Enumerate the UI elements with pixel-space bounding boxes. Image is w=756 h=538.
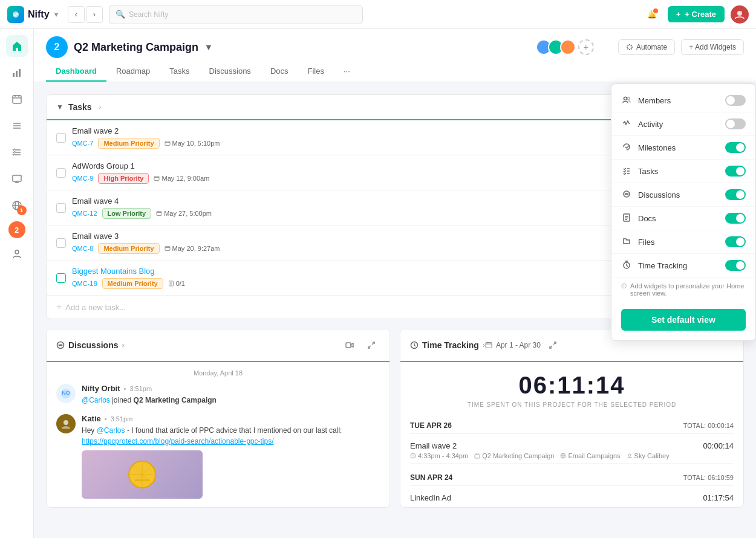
widget-files-toggle[interactable] — [725, 236, 746, 247]
milestones-icon — [621, 143, 632, 153]
tasks-icon — [621, 166, 632, 177]
widget-milestones-toggle[interactable] — [725, 142, 746, 153]
time-entry-date-sun: SUN APR 24 TOTAL: 06:10:59 — [410, 470, 734, 486]
member-avatar-3[interactable] — [560, 39, 576, 55]
sidebar-item-calendar[interactable] — [6, 88, 28, 110]
svg-rect-4 — [13, 96, 21, 103]
time-day-sun: SUN APR 24 — [410, 473, 452, 482]
task-doc-5: 0/1 — [168, 280, 185, 287]
nav-forward-button[interactable]: › — [86, 6, 103, 23]
tab-more[interactable]: ··· — [334, 62, 360, 82]
widget-discussions-toggle[interactable] — [725, 189, 746, 200]
svg-rect-1 — [13, 73, 15, 77]
sidebar-item-tasks[interactable] — [6, 141, 28, 163]
discussions-panel: Discussions › Monda — [46, 329, 390, 508]
widget-item-discussions: Discussions — [611, 183, 755, 207]
task-id-1[interactable]: QMC-7 — [72, 140, 93, 147]
widget-item-activity: Activity — [611, 112, 755, 136]
task-id-4[interactable]: QMC-8 — [72, 245, 93, 252]
task-id-5[interactable]: QMC-18 — [72, 280, 97, 287]
tab-roadmap[interactable]: Roadmap — [106, 62, 160, 82]
task-checkbox-4[interactable] — [56, 238, 66, 248]
image-preview — [82, 450, 203, 499]
time-total-tue: TOTAL: 00:00:14 — [683, 422, 734, 429]
add-widgets-button[interactable]: + Add Widgets — [681, 39, 744, 55]
svg-rect-37 — [169, 281, 173, 286]
time-panel-title: Time Tracking › — [410, 340, 485, 350]
sidebar-item-analytics[interactable] — [6, 62, 28, 83]
project-title-row: 2 Q2 Marketing Campaign ▼ + Automate + A… — [46, 29, 744, 58]
widget-files-label: Files — [638, 238, 719, 247]
sidebar-item-people[interactable] — [6, 243, 28, 265]
time-task-name-1: Email wave 2 — [410, 441, 457, 450]
time-day-tue: TUE APR 26 — [410, 421, 452, 430]
task-checkbox-3[interactable] — [56, 203, 66, 213]
sidebar-item-badge-sphere[interactable]: 1 — [6, 195, 28, 216]
notification-icon[interactable]: 🔔 — [642, 5, 662, 24]
widget-time-tracking-toggle[interactable] — [725, 260, 746, 271]
time-panel-date-range-label[interactable]: Apr 1 - Apr 30 — [496, 341, 541, 349]
project-number-badge: 2 — [46, 36, 68, 58]
add-member-button[interactable]: + — [578, 39, 594, 55]
search-bar[interactable]: 🔍 Search Nifty — [109, 5, 363, 24]
discussions-expand-icon[interactable]: › — [122, 341, 124, 349]
time-tracking-panel: Time Tracking › Apr 1 - Apr 30 06:11: — [400, 329, 744, 508]
files-icon — [621, 237, 632, 247]
time-category-1: Email Campaigns — [560, 452, 620, 459]
time-panel-fullscreen-icon[interactable] — [544, 337, 561, 354]
widget-tasks-label: Tasks — [638, 167, 719, 176]
set-default-view-button[interactable]: Set default view — [621, 309, 746, 331]
widget-activity-toggle[interactable] — [725, 118, 746, 129]
priority-badge-1: Medium Priority — [98, 138, 159, 149]
task-checkbox-5[interactable] — [56, 273, 66, 283]
tab-dashboard[interactable]: Dashboard — [46, 62, 106, 82]
project-dropdown-icon[interactable]: ▼ — [204, 42, 213, 52]
tab-docs[interactable]: Docs — [261, 62, 298, 82]
discussions-expand-button[interactable] — [363, 337, 380, 354]
tasks-expand-icon[interactable]: › — [99, 103, 102, 111]
widget-milestones-label: Milestones — [638, 143, 719, 152]
discussions-video-icon[interactable] — [341, 337, 358, 354]
ppc-link[interactable]: https://ppcprotect.com/blog/paid-search/… — [82, 437, 274, 446]
tab-discussions[interactable]: Discussions — [200, 62, 261, 82]
task-date-4: May 20, 9:27am — [165, 245, 220, 252]
user-avatar[interactable] — [731, 5, 749, 24]
svg-rect-25 — [154, 177, 159, 181]
orbit-message-body: Nifty Orbit • 3:51pm @Carlos joined Q2 M… — [82, 384, 380, 406]
task-id-2[interactable]: QMC-9 — [72, 175, 93, 182]
task-checkbox-1[interactable] — [56, 133, 66, 143]
sidebar-item-home[interactable] — [6, 35, 28, 57]
automate-button[interactable]: Automate — [618, 39, 675, 55]
docs-icon — [621, 213, 632, 224]
widget-item-members: Members — [611, 89, 755, 112]
time-tracking-content: 06:11:14 TIME SPENT ON THIS PROJECT FOR … — [400, 362, 743, 507]
search-icon: 🔍 — [116, 10, 125, 19]
widget-members-toggle[interactable] — [725, 95, 746, 106]
widget-discussions-label: Discussions — [638, 190, 719, 199]
time-entry-name-2: LinkedIn Ad 01:17:54 — [410, 493, 734, 502]
tab-tasks[interactable]: Tasks — [160, 62, 199, 82]
date-divider: Monday, April 18 — [56, 362, 380, 384]
sidebar-item-list[interactable] — [6, 115, 28, 137]
tab-files[interactable]: Files — [298, 62, 334, 82]
widget-tasks-toggle[interactable] — [725, 166, 746, 177]
task-id-3[interactable]: QMC-12 — [72, 210, 97, 217]
task-checkbox-2[interactable] — [56, 168, 66, 178]
sidebar-item-badge-2[interactable]: 2 — [8, 221, 25, 238]
katie-sender-name: Katie — [82, 414, 101, 423]
app-dropdown-icon[interactable]: ▼ — [53, 11, 60, 18]
katie-message-text: Hey @Carlos - I found that article of PP… — [82, 425, 380, 447]
sidebar-item-monitor[interactable] — [6, 168, 28, 190]
nav-back-button[interactable]: ‹ — [68, 6, 85, 23]
svg-point-69 — [624, 97, 627, 100]
time-task-name-2: LinkedIn Ad — [410, 493, 451, 502]
app-logo[interactable]: Nifty ▼ — [7, 6, 62, 23]
widget-docs-toggle[interactable] — [725, 213, 746, 224]
create-button[interactable]: + + Create — [668, 6, 725, 22]
project-members: + — [536, 39, 594, 55]
svg-rect-2 — [16, 71, 18, 77]
svg-text:NO: NO — [62, 390, 70, 396]
tasks-collapse-icon[interactable]: ▼ — [56, 103, 64, 111]
svg-point-75 — [625, 193, 625, 194]
task-date-2: May 12, 9:00am — [154, 175, 209, 182]
